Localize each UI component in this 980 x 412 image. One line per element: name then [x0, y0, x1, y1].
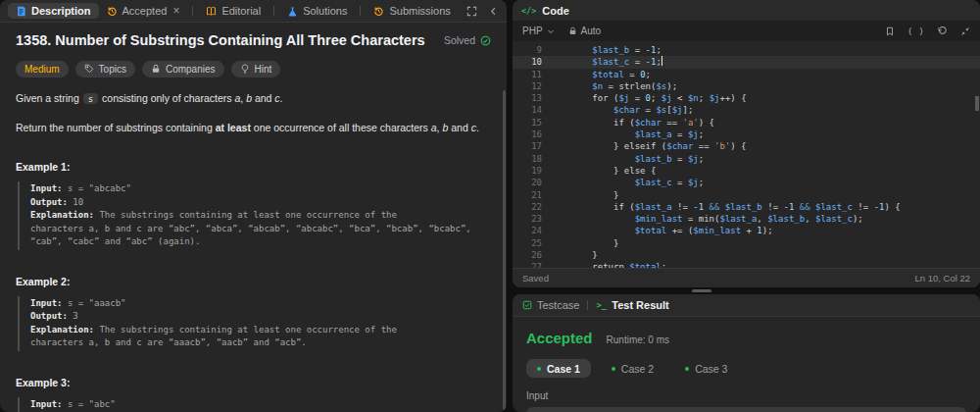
- line-number: 10: [513, 56, 542, 68]
- autocomplete-toggle[interactable]: Auto: [568, 26, 602, 36]
- tab-divider: [360, 6, 361, 16]
- history-icon: [107, 6, 118, 17]
- pill-topics[interactable]: Topics: [75, 61, 135, 77]
- bulb-icon: [240, 64, 250, 74]
- code-line-25: 25 }: [513, 237, 980, 249]
- undo-icon[interactable]: [937, 26, 948, 36]
- code-text: }: [542, 237, 618, 249]
- example-3-block: Input: s = "abc" Output: 1: [18, 397, 491, 412]
- line-number: 21: [513, 189, 542, 201]
- editor-toolbar-icons: ( ): [885, 26, 970, 36]
- tab-accepted[interactable]: Accepted×: [99, 3, 188, 19]
- pill-companies[interactable]: Companies: [142, 61, 224, 77]
- example-1-block: Input: s = "abcabc" Output: 10 Explanati…: [18, 181, 491, 250]
- tab-solutions[interactable]: Solutions: [279, 3, 355, 19]
- case-tab-case-2[interactable]: Case 2: [601, 359, 664, 378]
- collapse-icon[interactable]: [960, 26, 970, 36]
- code-panel-header: </> Code: [513, 0, 980, 21]
- pill-label: Hint: [255, 64, 272, 75]
- code-text: } else {: [542, 165, 656, 177]
- language-selector[interactable]: PHP: [522, 26, 555, 36]
- difficulty-badge[interactable]: Medium: [16, 61, 69, 77]
- case-tab-case-1[interactable]: Case 1: [526, 359, 591, 378]
- line-number: 25: [513, 237, 542, 249]
- example-2-block: Input: s = "aaacb" Output: 3 Explanation…: [18, 296, 491, 351]
- code-text: $min_last = min($last_a, $last_b, $last_…: [542, 213, 863, 225]
- tab-submissions[interactable]: Submissions: [366, 3, 458, 19]
- line-number: 23: [513, 213, 542, 225]
- tab-label: Description: [31, 5, 91, 17]
- code-line-11: 11 $total = 0;: [513, 69, 980, 80]
- chevron-down-icon: [547, 27, 555, 35]
- code-line-23: 23 $min_last = min($last_a, $last_b, $la…: [513, 213, 980, 225]
- case-tab-case-3[interactable]: Case 3: [674, 359, 738, 378]
- case-label: Case 3: [695, 363, 727, 375]
- code-text: } elseif ($char == 'b') {: [542, 140, 747, 152]
- lock-icon: [151, 64, 161, 74]
- case-pass-dot: [685, 367, 689, 371]
- line-number: 13: [513, 92, 542, 104]
- save-status: Saved: [522, 273, 549, 283]
- pill-label: Topics: [99, 64, 126, 75]
- line-number: 15: [513, 117, 542, 129]
- tab-testcase[interactable]: Testcase: [522, 299, 579, 311]
- editor-status-bar: Saved Ln 10, Col 22: [513, 268, 980, 287]
- code-text: if ($char == 'a') {: [542, 117, 714, 129]
- pill-hint[interactable]: Hint: [231, 61, 281, 77]
- tab-label: Solutions: [303, 5, 347, 17]
- code-line-22: 22 if ($last_a != -1 && $last_b != -1 &&…: [513, 201, 980, 213]
- code-text: }: [542, 189, 618, 201]
- line-number: 16: [513, 129, 542, 140]
- pill-label: Companies: [166, 64, 216, 75]
- language-label: PHP: [522, 26, 543, 36]
- line-number: 20: [513, 177, 542, 188]
- testcase-input-box[interactable]: [526, 407, 966, 412]
- code-line-17: 17 } elseif ($char == 'b') {: [513, 140, 980, 152]
- line-number: 24: [513, 225, 542, 236]
- line-number: 19: [513, 165, 542, 177]
- line-number: 22: [513, 201, 542, 213]
- problem-content: 1358. Number of Substrings Containing Al…: [0, 23, 507, 412]
- description-paragraph-1: Given a string s consisting only of char…: [16, 91, 491, 107]
- code-text: $last_c = $j;: [542, 177, 704, 188]
- code-text: if ($last_a != -1 && $last_b != -1 && $l…: [542, 201, 901, 213]
- fullscreen-icon[interactable]: [466, 6, 477, 17]
- left-panel-scrollbar[interactable]: [503, 90, 506, 410]
- tab-test-result[interactable]: >_Test Result: [596, 299, 668, 311]
- editor-toolbar: PHP Auto ( ): [513, 21, 980, 41]
- problem-title: 1358. Number of Substrings Containing Al…: [16, 31, 434, 50]
- code-line-24: 24 $total += ($min_last + 1);: [513, 225, 980, 236]
- case-tabs-row: Case 1Case 2Case 3: [526, 359, 966, 378]
- editor-scrollbar[interactable]: [975, 96, 979, 111]
- code-line-10: 10 $last_c = -1;: [513, 56, 980, 68]
- code-line-18: 18 $last_b = $j;: [513, 153, 980, 165]
- code-line-19: 19 } else {: [513, 165, 980, 177]
- chevron-left-icon[interactable]: [488, 6, 499, 17]
- case-pass-dot: [612, 367, 615, 371]
- code-tab-label[interactable]: Code: [542, 5, 569, 17]
- verdict-label: Accepted: [526, 330, 593, 346]
- lock-icon: [568, 26, 577, 35]
- cursor-position: Ln 10, Col 22: [914, 273, 970, 283]
- tab-divider: [273, 6, 274, 16]
- inline-code-chip: s: [83, 93, 98, 104]
- format-code-icon[interactable]: ( ): [907, 26, 924, 36]
- code-text: $n = strlen($s);: [542, 80, 677, 92]
- left-panel-tabbar: DescriptionAccepted×EditorialSolutionsSu…: [0, 0, 507, 23]
- tab-editorial[interactable]: Editorial: [198, 3, 269, 19]
- close-icon[interactable]: ×: [172, 5, 179, 17]
- solved-check-icon: [480, 35, 491, 46]
- code-line-13: 13 for ($j = 0; $j < $n; $j++) {: [513, 92, 980, 104]
- tab-description[interactable]: Description: [8, 3, 99, 19]
- code-line-9: 9 $last_b = -1;: [513, 44, 980, 56]
- tab-label: Testcase: [537, 299, 579, 311]
- tab-label: Submissions: [389, 5, 450, 17]
- code-line-20: 20 $last_c = $j;: [513, 177, 980, 188]
- code-tab-icon: </>: [521, 6, 536, 16]
- code-editor[interactable]: 9 $last_b = -1;10 $last_c = -1;11 $total…: [513, 41, 980, 269]
- bookmark-icon[interactable]: [885, 26, 895, 36]
- autocomplete-label: Auto: [581, 26, 602, 36]
- case-pass-dot: [537, 367, 541, 371]
- panel-resize-handle[interactable]: [692, 289, 711, 292]
- code-line-16: 16 $last_a = $j;: [513, 129, 980, 140]
